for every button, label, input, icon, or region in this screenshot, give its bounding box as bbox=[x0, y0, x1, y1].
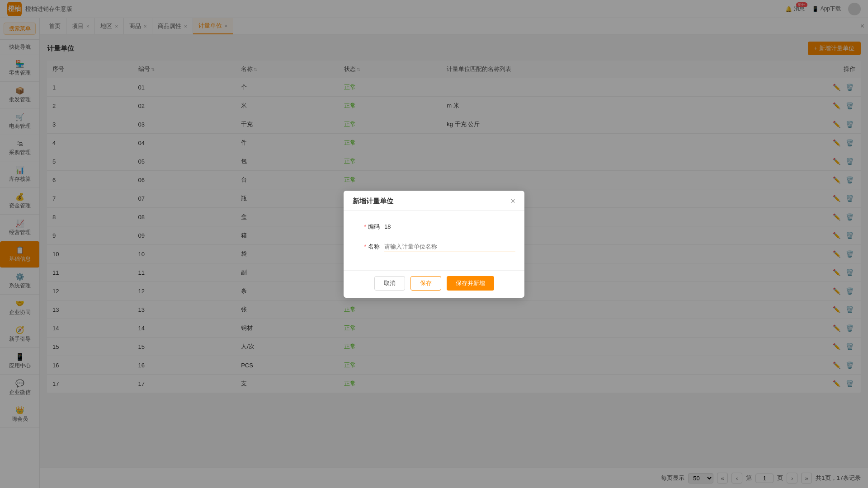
code-form-row: 编码 bbox=[353, 221, 515, 232]
modal-footer: 取消 保存 保存并新增 bbox=[344, 270, 524, 298]
modal-title: 新增计量单位 bbox=[353, 197, 393, 206]
modal-close-button[interactable]: × bbox=[510, 197, 515, 205]
save-and-new-button[interactable]: 保存并新增 bbox=[447, 276, 494, 291]
modal-header: 新增计量单位 × bbox=[344, 191, 524, 211]
modal-body: 编码 名称 bbox=[344, 211, 524, 270]
save-button[interactable]: 保存 bbox=[410, 276, 441, 291]
code-input[interactable] bbox=[384, 221, 515, 232]
cancel-button[interactable]: 取消 bbox=[374, 276, 405, 291]
unit-name-input[interactable] bbox=[384, 241, 515, 252]
code-label: 编码 bbox=[353, 223, 380, 231]
name-label: 名称 bbox=[353, 243, 380, 251]
modal-overlay: 新增计量单位 × 编码 名称 取消 保存 保存并新增 bbox=[0, 0, 868, 488]
add-unit-modal: 新增计量单位 × 编码 名称 取消 保存 保存并新增 bbox=[344, 191, 524, 298]
name-form-row: 名称 bbox=[353, 241, 515, 252]
